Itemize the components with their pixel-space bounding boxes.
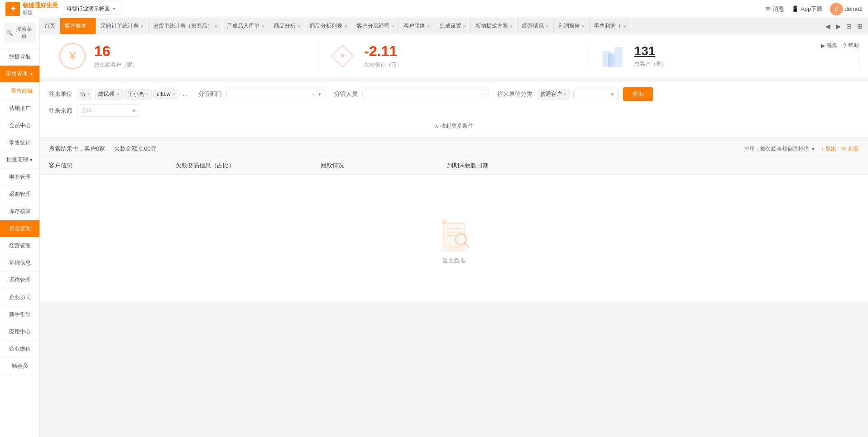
purchase-mgmt-label: 采购管理: [9, 191, 31, 197]
sidebar-item-ecommerce[interactable]: 电商管理: [0, 169, 39, 186]
tab-goods-analysis-list-close[interactable]: ×: [344, 24, 347, 29]
main-layout: 🔍 搜索菜单 快捷导航 零售管理 ▼ 零售商城 营销推广 会员中心 零售统计 批…: [0, 18, 868, 437]
sort-select[interactable]: 排序：按欠款金额倒序排序 ▼: [744, 145, 815, 153]
tab-goods-analysis-list[interactable]: 商品分析列表 ×: [305, 18, 352, 34]
refresh-button[interactable]: ↻ 刷新: [842, 145, 859, 153]
sidebar-item-ops-mgmt[interactable]: 经营管理: [0, 238, 39, 255]
help-button[interactable]: ? 帮助: [843, 42, 859, 49]
tab-retail-profit[interactable]: 零售利润（ ×: [590, 18, 631, 34]
batch-mgmt-arrow: ▼: [29, 158, 33, 162]
tab-customer-segment-close[interactable]: ×: [391, 24, 394, 29]
sidebar-item-retail-mgmt[interactable]: 零售管理 ▼: [0, 66, 39, 83]
sidebar-item-purchase-mgmt[interactable]: 采购管理: [0, 186, 39, 203]
tab-maximize-button[interactable]: ⊞: [855, 22, 864, 31]
tab-goods-analysis[interactable]: 商品分析 ×: [269, 18, 305, 34]
sidebar: 🔍 搜索菜单 快捷导航 零售管理 ▼ 零售商城 营销推广 会员中心 零售统计 批…: [0, 18, 40, 437]
filter-row-2: 往来余额 选择... ▼: [49, 104, 859, 117]
sidebar-item-sys-mgmt[interactable]: 系统管理: [0, 272, 39, 289]
remainder-select[interactable]: 选择... ▼: [77, 104, 140, 117]
results-info: 搜索结果中，客户0家 欠款金额 0.00元: [49, 145, 157, 153]
sidebar-item-basic-info[interactable]: 基础信息: [0, 255, 39, 272]
logo-subtitle: 标版: [23, 10, 58, 16]
tab-produce-entry-close[interactable]: ×: [261, 24, 264, 29]
tab-goods-stats[interactable]: 进货单统计表（按商品） ×: [149, 18, 222, 34]
message-label: 消息: [772, 5, 784, 13]
tab-customer-contact[interactable]: 客户联络 ×: [399, 18, 435, 34]
svg-line-14: [465, 243, 469, 247]
sidebar-item-retail-stats[interactable]: 零售统计: [0, 134, 39, 152]
sidebar-item-marketing[interactable]: 营销推广: [0, 100, 39, 117]
person-select[interactable]: ···: [362, 90, 489, 99]
search-menu-label: 搜索菜单: [15, 25, 33, 41]
tab-new-reminder-close[interactable]: ×: [510, 24, 513, 29]
classification-tag-remove[interactable]: ×: [564, 91, 566, 97]
refresh-icon: ↻: [842, 146, 846, 152]
sidebar-item-enterprise-collab[interactable]: 企业协同: [0, 289, 39, 306]
export-button[interactable]: ↑ 导出: [821, 145, 836, 153]
sidebar-item-quick-nav[interactable]: 快捷导航: [0, 48, 39, 66]
person-more-icon: ···: [481, 92, 484, 97]
sidebar-item-capital-mgmt[interactable]: 资金管理: [0, 220, 39, 238]
unit-tag-cjttcw-remove[interactable]: ×: [172, 91, 175, 97]
tab-customer-accounts[interactable]: 客户账本 ×: [60, 18, 96, 34]
tab-purchase-stats[interactable]: 采购订单统计表 ×: [96, 18, 148, 34]
sidebar-item-enterprise-wechat[interactable]: 企业微信: [0, 341, 39, 358]
tab-prev-button[interactable]: ◀: [824, 22, 832, 31]
tab-customer-contact-close[interactable]: ×: [427, 24, 430, 29]
stat-total-customers-values: 131 总客户（家）: [634, 44, 667, 68]
sidebar-item-new-guide[interactable]: 新手引导: [0, 306, 39, 323]
tab-customer-segment-label: 客户分层经营: [357, 22, 389, 30]
tenant-name: 母婴行业演示帐套: [67, 5, 110, 13]
overdue-customers-label: 总欠款客户（家）: [94, 61, 138, 69]
stats-bar: ¥ 16 总欠款客户（家） ✦: [40, 34, 868, 78]
unit-more-button[interactable]: ...: [180, 90, 190, 98]
tab-goods-stats-close[interactable]: ×: [215, 24, 217, 29]
tab-customer-segment[interactable]: 客户分层经营 ×: [352, 18, 399, 34]
sidebar-item-inventory[interactable]: 库存核算: [0, 203, 39, 220]
tenant-selector[interactable]: 母婴行业演示帐套 ▼: [62, 3, 121, 15]
tab-home[interactable]: 首页: [40, 18, 60, 34]
tab-next-button[interactable]: ▶: [834, 22, 843, 31]
video-help-button[interactable]: ▶ 视频: [821, 42, 838, 49]
user-avatar: D: [830, 3, 843, 15]
query-button[interactable]: 查询: [623, 87, 653, 101]
tab-business-status-close[interactable]: ×: [546, 24, 548, 29]
tab-profit-report[interactable]: 利润报告 ×: [554, 18, 590, 34]
unit-tag-wu-remove[interactable]: ×: [87, 91, 90, 97]
sidebar-item-vip-member[interactable]: 畅会员: [0, 358, 39, 375]
sidebar-item-member-center[interactable]: 会员中心: [0, 117, 39, 134]
collapse-label: 收起更多条件: [441, 122, 473, 130]
svg-text:¥: ¥: [69, 49, 76, 62]
tab-produce-entry[interactable]: 产成品入库单 ×: [222, 18, 269, 34]
ecommerce-label: 电商管理: [9, 174, 31, 180]
tab-purchase-stats-close[interactable]: ×: [140, 24, 143, 29]
search-menu-button[interactable]: 🔍 搜索菜单: [4, 23, 36, 43]
sidebar-item-retail-mall[interactable]: 零售商城: [0, 83, 39, 100]
person-filter-label: 分管人员: [334, 90, 358, 98]
tab-minimize-button[interactable]: ⊟: [844, 22, 854, 31]
sidebar-item-app-center[interactable]: 应用中心: [0, 323, 39, 341]
classification-select[interactable]: ▼: [573, 90, 619, 99]
app-download-action[interactable]: 📱 App下载: [791, 5, 823, 13]
dept-select[interactable]: ··· ▼: [226, 90, 326, 99]
collapse-button[interactable]: ∧ 收起更多条件: [433, 120, 475, 132]
classification-filter-label: 往来单位分类: [497, 90, 532, 98]
unit-tag-chen-remove[interactable]: ×: [116, 91, 119, 97]
unit-tag-wang-remove[interactable]: ×: [146, 91, 149, 97]
tab-reminder-settings-close[interactable]: ×: [463, 24, 466, 29]
tab-business-status[interactable]: 经营情况 ×: [518, 18, 553, 34]
tab-goods-analysis-close[interactable]: ×: [297, 24, 300, 29]
svg-rect-9: [444, 224, 464, 246]
tab-profit-report-close[interactable]: ×: [582, 24, 585, 29]
search-icon: 🔍: [6, 30, 13, 36]
tab-retail-profit-close[interactable]: ×: [623, 24, 626, 29]
tab-new-reminder[interactable]: 新增提成方案 ×: [471, 18, 518, 34]
unit-tag-chen-text: 陈民强: [98, 90, 115, 98]
results-actions: 排序：按欠款金额倒序排序 ▼ ↑ 导出 ↻ 刷新: [744, 145, 859, 153]
sidebar-item-batch-mgmt[interactable]: 批发管理 ▼: [0, 152, 39, 169]
tab-reminder-settings[interactable]: 提成设置 ×: [435, 18, 471, 34]
tab-customer-accounts-close[interactable]: ×: [88, 24, 91, 29]
user-avatar-action[interactable]: D demo2: [830, 3, 863, 15]
enterprise-collab-label: 企业协同: [9, 294, 31, 300]
message-action[interactable]: ✉ 消息: [766, 5, 784, 13]
